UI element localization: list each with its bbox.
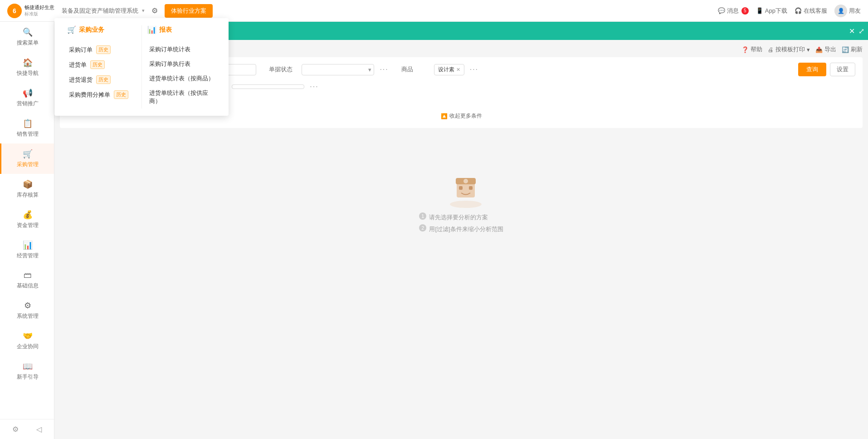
purchase-col-icon: 🛒 (67, 25, 76, 34)
headset-icon: 🎧 (795, 7, 802, 14)
sidebar: 🔍 搜索菜单 🏠 快捷导航 📢 营销推广 📋 销售管理 🛒 采购管理 📦 库存核… (0, 22, 54, 439)
sidebar-item-quick-nav[interactable]: 🏠 快捷导航 (0, 52, 54, 83)
salesperson-more[interactable]: ··· (310, 83, 318, 91)
basic-icon: 🗃 (24, 271, 32, 280)
app-download-item[interactable]: 📱 App下载 (756, 7, 787, 15)
dropdown-item-purchase-order[interactable]: 采购订单 历史 (67, 42, 136, 57)
message-item[interactable]: 💬 消息 5 (718, 7, 749, 15)
logo-area: 6 畅捷通好生意 标准版 (7, 4, 62, 18)
system-icon: ⚙ (24, 301, 31, 311)
sidebar-collapse-icon[interactable]: ◁ (36, 425, 42, 434)
avatar: 👤 (834, 5, 847, 17)
dropdown-item-purchase-return[interactable]: 进货退货 历史 (67, 72, 136, 87)
help-button[interactable]: ❓ 帮助 (741, 45, 762, 54)
export-icon: 📤 (815, 46, 823, 53)
dropdown-report-col: 📊 报表 采购订单统计表 采购订单执行表 进货单统计表（按商品） 进货单统计表（… (142, 25, 222, 109)
dropdown-item-receipt-stat-supplier[interactable]: 进货单统计表（按供应商） (147, 86, 216, 109)
empty-state: 1 请先选择要分析的方案 2 用[过滤]条件来缩小分析范围 (60, 132, 863, 271)
search-icon: 🔍 (23, 27, 33, 37)
dropdown-item-order-stat[interactable]: 采购订单统计表 (147, 42, 216, 57)
logo-icon: 6 (7, 4, 22, 18)
empty-text: 1 请先选择要分析的方案 2 用[过滤]条件来缩小分析范围 (419, 212, 503, 235)
dropdown-menu[interactable]: 🛒 采购业务 采购订单 历史 进货单 历史 进货退货 历史 采购费用分摊单 (54, 18, 229, 116)
logo-text: 畅捷通好生意 (24, 4, 54, 10)
sidebar-item-inventory[interactable]: 📦 库存核算 (0, 174, 54, 204)
doc-status-select-wrap (302, 64, 374, 75)
inventory-icon: 📦 (23, 179, 33, 189)
help-icon: ❓ (741, 46, 749, 53)
sidebar-item-basic[interactable]: 🗃 基础信息 (0, 265, 54, 295)
sidebar-bottom: ⚙ ◁ (0, 419, 54, 439)
purchase-col-header: 🛒 采购业务 (67, 25, 136, 37)
logo-badge: 标准版 (24, 11, 54, 17)
print-icon: 🖨 (768, 46, 774, 53)
marketing-icon: 📢 (23, 88, 33, 98)
sidebar-item-enterprise[interactable]: 🤝 企业协同 (0, 326, 54, 356)
dropdown-purchase-col: 🛒 采购业务 采购订单 历史 进货单 历史 进货退货 历史 采购费用分摊单 (62, 25, 142, 109)
home-icon: 🏠 (23, 58, 33, 68)
goods-label: 商品 (401, 65, 429, 74)
tab-expand-icon[interactable]: ⤢ (858, 27, 864, 35)
report-col-icon: 📊 (147, 25, 156, 34)
print-arrow-icon: ▾ (807, 46, 810, 53)
svg-text:6: 6 (13, 7, 16, 15)
sidebar-item-search[interactable]: 🔍 搜索菜单 (0, 22, 54, 52)
goods-tag: 设计素 ✕ (434, 64, 464, 75)
online-service-item[interactable]: 🎧 在线客服 (795, 7, 827, 15)
dropdown-item-order-exec[interactable]: 采购订单执行表 (147, 57, 216, 71)
svg-point-5 (463, 179, 468, 183)
refresh-icon: 🔄 (842, 46, 849, 53)
empty-illustration (443, 168, 479, 204)
doc-status-label: 单据状态 (269, 65, 296, 74)
enterprise-icon: 🤝 (23, 331, 33, 341)
dropdown-item-purchase-receipt[interactable]: 进货单 历史 (67, 57, 136, 72)
goods-more[interactable]: ··· (470, 65, 478, 74)
sidebar-settings-icon[interactable]: ⚙ (12, 425, 19, 434)
user-item[interactable]: 👤 用友 (834, 5, 861, 17)
finance-icon: 💰 (23, 210, 33, 220)
sales-icon: 📋 (23, 118, 33, 128)
message-icon: 💬 (718, 7, 725, 14)
dropdown-item-receipt-stat-goods[interactable]: 进货单统计表（按商品） (147, 71, 216, 86)
operation-icon: 📊 (23, 240, 33, 250)
svg-rect-6 (459, 186, 463, 190)
sidebar-item-operation[interactable]: 📊 经营管理 (0, 235, 54, 265)
tab-bar-right: ✕ ⤢ (849, 27, 868, 35)
main-layout: 🔍 搜索菜单 🏠 快捷导航 📢 营销推广 📋 销售管理 🛒 采购管理 📦 库存核… (0, 22, 868, 439)
collapse-up-icon: 🔼 (441, 113, 448, 119)
goods-tag-close-icon[interactable]: ✕ (456, 67, 460, 73)
report-col-header: 📊 报表 (147, 25, 216, 37)
sidebar-item-newbie[interactable]: 📖 新手引导 (0, 356, 54, 386)
print-button[interactable]: 🖨 按模板打印 ▾ (768, 45, 810, 54)
purchase-icon: 🛒 (23, 149, 33, 159)
newbie-icon: 📖 (23, 361, 33, 371)
doc-status-select[interactable] (302, 64, 374, 75)
sidebar-item-purchase[interactable]: 🛒 采购管理 (0, 143, 54, 174)
export-button[interactable]: 📤 导出 (815, 45, 836, 54)
dropdown-arrow-icon[interactable]: ▾ (142, 8, 145, 14)
set-button[interactable]: 设置 (830, 63, 855, 76)
query-button[interactable]: 查询 (798, 63, 826, 76)
empty-step-2: 2 用[过滤]条件来缩小分析范围 (419, 223, 503, 235)
refresh-button[interactable]: 🔄 刷新 (842, 45, 863, 54)
salesperson-input[interactable] (232, 84, 304, 89)
message-badge: 5 (741, 7, 749, 15)
phone-icon: 📱 (756, 7, 763, 14)
dropdown-item-purchase-expense[interactable]: 采购费用分摊单 历史 (67, 87, 136, 102)
svg-point-2 (450, 201, 482, 208)
step-1-num: 1 (419, 212, 426, 220)
svg-rect-7 (469, 186, 473, 190)
tab-close-all-icon[interactable]: ✕ (849, 27, 855, 35)
sidebar-item-sales[interactable]: 📋 销售管理 (0, 113, 54, 143)
doc-status-more[interactable]: ··· (380, 65, 388, 74)
collapse-btn[interactable]: 🔼 收起更多条件 (441, 109, 482, 123)
sidebar-item-finance[interactable]: 💰 资金管理 (0, 204, 54, 235)
header-right: 💬 消息 5 📱 App下载 🎧 在线客服 👤 用友 (718, 5, 861, 17)
sidebar-item-marketing[interactable]: 📢 营销推广 (0, 83, 54, 113)
step-2-num: 2 (419, 224, 426, 232)
sidebar-item-system[interactable]: ⚙ 系统管理 (0, 295, 54, 326)
system-title: 装备及固定资产辅助管理系统 ▾ ⚙ 体验行业方案 (62, 4, 718, 18)
industry-btn[interactable]: 体验行业方案 (165, 4, 213, 18)
settings-icon[interactable]: ⚙ (148, 5, 161, 17)
